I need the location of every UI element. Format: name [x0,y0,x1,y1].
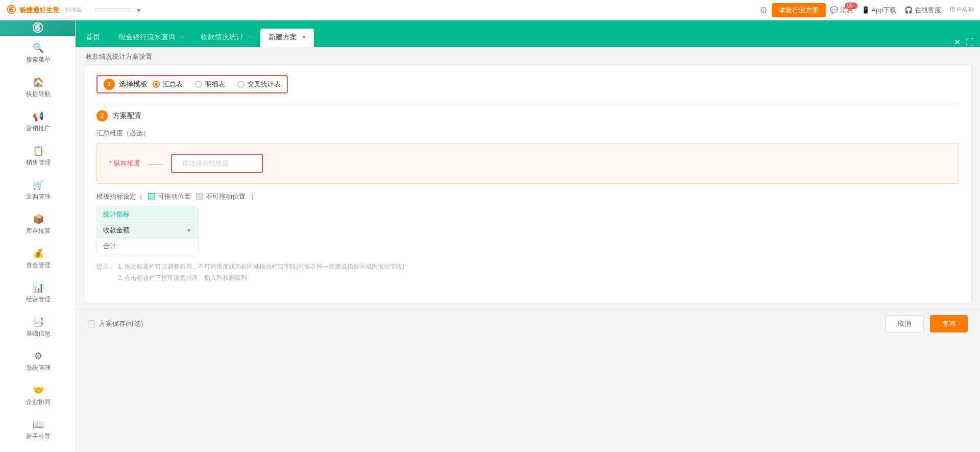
template-selection-box: 1 选择模板 汇总表 [96,75,288,93]
tab-collection-close[interactable]: × [249,34,252,41]
home-icon: 🏠 [33,77,44,88]
sidebar-item-guide[interactable]: 📖 新手引导 [0,413,75,447]
system-icon: ⚙ [34,350,42,362]
content-area: 首页 现金银行流水查询 × 收款情况统计 × 新建方案 × ✕ ⛶ [76,20,980,452]
step1-circle: 1 [104,79,115,90]
sidebar: ⑥ 🔍 搜索菜单 🏠 快捷导航 📢 营销推广 📋 销售管理 🛒 采购管理 📦 库… [0,20,76,452]
trial-button[interactable]: 体验行业方案 [772,3,826,17]
sidebar-item-label: 快捷导航 [26,90,51,99]
dimension-row: * 纵向维度 —— 请选择分组维度 [109,154,263,173]
settings-card: 1 选择模板 汇总表 [84,64,972,303]
sidebar-item-label: 采购管理 [26,193,51,201]
radio-summary-dot [155,83,158,86]
bottom-buttons: 取消 查询 [885,315,968,332]
sidebar-item-purchase[interactable]: 🛒 采购管理 [0,173,75,207]
sidebar-item-business[interactable]: 📊 经营管理 [0,276,75,310]
brand-icon: ⑥ [6,4,16,17]
search-icon: 🔍 [33,42,44,54]
tip-line-2: 提示： 2. 点击标题栏下拉可设置排序、插入列和删除列 [96,273,959,284]
sidebar-item-home[interactable]: 🏠 快捷导航 [0,70,75,105]
tab-new-plan[interactable]: 新建方案 × [260,29,314,47]
sidebar-item-search[interactable]: 🔍 搜索菜单 [0,36,75,70]
tab-home-label: 首页 [86,33,100,42]
sidebar-item-label: 新手引导 [26,432,51,441]
legend-draggable: 可拖动位置 [148,192,191,201]
enterprise-icon: 🤝 [33,385,44,396]
dimension-placeholder: 请选择分组维度 [182,159,229,167]
expand-icon[interactable]: ⛶ [966,38,974,47]
message-icon: 💬 [830,6,838,14]
radio-cross-circle [237,81,244,88]
sidebar-item-system[interactable]: ⚙ 系统管理 [0,344,75,378]
tab-cash-bank[interactable]: 现金银行流水查询 × [110,29,192,47]
sidebar-item-marketing[interactable]: 📢 营销推广 [0,105,75,139]
tab-cash-bank-close[interactable]: × [181,34,184,41]
tab-new-plan-label: 新建方案 [268,33,297,42]
sidebar-item-label: 销售管理 [26,158,51,167]
download-area[interactable]: 📱 App下载 [862,6,896,15]
dimension-selector[interactable]: 请选择分组维度 [171,154,263,173]
tab-home[interactable]: 首页 [76,29,110,47]
step1-section: 1 选择模板 汇总表 [96,75,959,93]
download-label: App下载 [871,6,896,14]
sidebar-item-label: 系统管理 [26,364,51,372]
sidebar-item-basic-info[interactable]: 📑 基础信息 [0,310,75,344]
radio-detail-label: 明细表 [205,80,225,89]
metrics-row-0-dropdown[interactable]: ▼ [186,227,192,234]
close-window-icon[interactable]: ✕ [954,37,961,47]
query-button[interactable]: 查询 [930,315,968,332]
finance-icon: 💰 [33,248,44,259]
tip-2-text: 2. 点击标题栏下拉可设置排序、插入列和删除列 [118,273,247,284]
tab-collection[interactable]: 收款情况统计 × [192,29,260,47]
gear-icon[interactable]: ⚙ [760,5,768,16]
sidebar-item-enterprise[interactable]: 🤝 企业协同 [0,378,75,413]
tips-title: 提示： [96,261,115,273]
tab-bar-actions: ✕ ⛶ [948,37,980,47]
service-area[interactable]: 🎧 在线客服 [904,6,941,15]
metrics-table-header: 统计指标 [97,207,198,223]
legend-draggable-box [148,193,155,200]
radio-cross[interactable]: 交叉统计表 [237,80,281,89]
sidebar-item-finance[interactable]: 💰 资金管理 [0,242,75,276]
sidebar-item-hardware[interactable]: 🔧 智能硬件 [0,447,75,452]
brand-logo: ⑥ 畅捷通好生意 [6,4,59,17]
sidebar-item-sales[interactable]: 📋 销售管理 [0,139,75,173]
radio-summary[interactable]: 汇总表 [153,80,183,89]
brand-version: 标准版 [65,6,82,14]
sidebar-item-label: 搜索菜单 [26,56,51,64]
save-checkbox[interactable] [88,320,95,327]
step2-section: 2 方案配置 汇总维度（必选） * 纵向维度 —— 请选择分组维度 [96,110,959,283]
purchase-icon: 🛒 [33,179,44,191]
step1-header: 1 选择模板 汇总表 [96,75,959,93]
metrics-label-end: ） [251,192,257,201]
save-checkbox-label: 方案保存(可选) [99,319,143,328]
tip-line-1: 提示： 1. 拖动标题栏可以调整布局，不可跨维度或指标区域拖动栏目字段(只能在同… [96,261,959,273]
tips-section: 提示： 1. 拖动标题栏可以调整布局，不可跨维度或指标区域拖动栏目字段(只能在同… [96,261,959,283]
tab-new-plan-close[interactable]: × [302,34,306,41]
download-icon: 📱 [862,6,870,14]
sidebar-logo: ⑥ [0,20,75,36]
service-label: 在线客服 [915,6,941,14]
tip-1-text: 1. 拖动标题栏可以调整布局，不可跨维度或指标区域拖动栏目字段(只能在同一维度或… [118,261,404,273]
dropdown-arrow-icon[interactable]: ▼ [135,6,142,14]
breadcrumb: 收款情况统计方案设置 [76,47,980,64]
basic-info-icon: 📑 [33,316,44,327]
user-label: 用户名称 [949,6,974,14]
metrics-section: 模板指标设定（ 可拖动位置 不可拖动位置 ） [96,192,959,283]
metrics-label-text: 模板指标设定（ [96,192,143,201]
tab-collection-label: 收款情况统计 [201,33,243,42]
business-icon: 📊 [33,282,44,293]
metrics-header: 模板指标设定（ 可拖动位置 不可拖动位置 ） [96,192,959,201]
sidebar-item-inventory[interactable]: 📦 库存核算 [0,207,75,242]
radio-detail[interactable]: 明细表 [195,80,225,89]
cancel-button[interactable]: 取消 [885,315,924,332]
radio-detail-circle [195,81,202,88]
metrics-table-row-0[interactable]: 收款金额 ▼ [97,223,198,239]
sidebar-item-label: 经营管理 [26,295,51,304]
radio-summary-label: 汇总表 [163,80,183,89]
radio-cross-label: 交叉统计表 [248,80,281,89]
metrics-row-0-label: 收款金额 [103,226,130,235]
top-search-input[interactable] [94,8,131,12]
page-content: 收款情况统计方案设置 1 选择模板 [76,47,980,452]
notification-area[interactable]: 💬 消息 99+ [830,6,853,15]
